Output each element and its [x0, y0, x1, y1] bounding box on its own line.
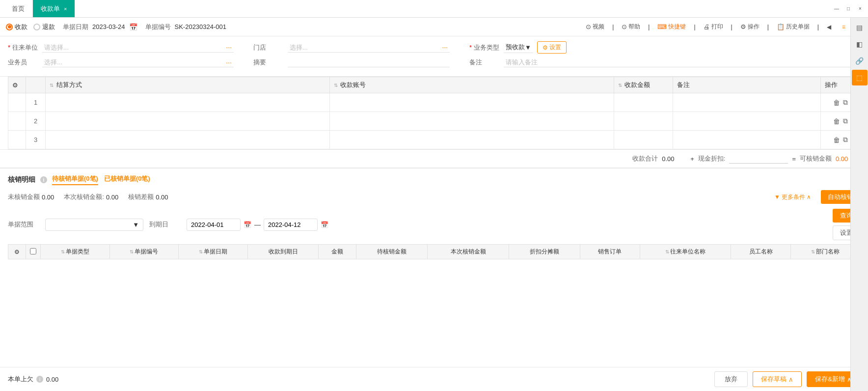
row1-settlement[interactable]: [46, 93, 330, 112]
staff-input[interactable]: [42, 57, 224, 67]
date-end-calendar-icon[interactable]: 📅: [321, 221, 328, 228]
doc-num-label: 单据编号: [145, 23, 171, 31]
note-input[interactable]: [504, 57, 860, 67]
col-note: 备注: [673, 77, 820, 93]
bill-range-select[interactable]: ▼: [45, 219, 143, 231]
summary-input-wrap: [288, 57, 450, 67]
current-stat: 本次核销金额: 0.00: [64, 193, 118, 201]
tab-receipt-close[interactable]: ×: [64, 6, 67, 12]
select-all-checkbox[interactable]: [30, 248, 36, 254]
window-minimize[interactable]: —: [833, 5, 841, 13]
window-close[interactable]: ×: [856, 5, 864, 13]
date-end-input[interactable]: [264, 219, 318, 231]
row3-account[interactable]: [329, 131, 614, 149]
row3-amount[interactable]: [614, 131, 673, 149]
staff-dots-btn[interactable]: ···: [224, 58, 234, 66]
panel-icon-frame[interactable]: ⬚: [852, 70, 868, 85]
row1-note[interactable]: [673, 93, 820, 112]
row2-settlement[interactable]: [46, 112, 330, 131]
save-draft-btn[interactable]: 保存草稿 ∧: [753, 371, 802, 387]
video-btn[interactable]: ⊙ 视频: [583, 22, 607, 32]
shortcut-icon: ⌨: [657, 23, 667, 30]
btcol-gear[interactable]: ⚙: [8, 245, 26, 259]
col-settings[interactable]: ⚙: [8, 77, 26, 93]
table-row: 1 🗑 ⧉: [8, 93, 860, 112]
row1-amount[interactable]: [614, 93, 673, 112]
date-start-calendar-icon[interactable]: 📅: [244, 221, 251, 228]
row3-note[interactable]: [673, 131, 820, 149]
radio-refund-label: 退款: [42, 23, 55, 31]
row3-settlement[interactable]: [46, 131, 330, 149]
print-btn[interactable]: 🖨 打印: [701, 22, 726, 32]
history-icon: 📋: [777, 23, 785, 30]
pending-tab[interactable]: 待核销单据(0笔): [52, 174, 98, 185]
row1-delete-btn[interactable]: 🗑: [833, 99, 840, 107]
doc-date-calendar-icon[interactable]: 📅: [129, 23, 137, 31]
row1-account[interactable]: [329, 93, 614, 112]
info-icon[interactable]: i: [40, 176, 47, 183]
btcol-dept: ⇅部门名称: [791, 245, 860, 259]
btcol-amount: 金额: [319, 245, 356, 259]
tab-receipt-label: 收款单: [41, 4, 60, 13]
plus-sign: +: [690, 155, 694, 163]
action-btn[interactable]: ⚙ 操作: [737, 22, 762, 32]
verification-section: 核销明细 i 待核销单据(0笔) 已核销单据(0笔) 未核销金额 0.00 本次…: [0, 168, 868, 367]
row2-note[interactable]: [673, 112, 820, 131]
panel-icon-link[interactable]: 🔗: [852, 53, 868, 69]
note-field: 备注: [469, 57, 860, 67]
row3-copy-btn[interactable]: ⧉: [843, 136, 848, 144]
verification-title: 核销明细: [8, 175, 35, 184]
footer: 本单上欠 i 0.00 放弃 保存草稿 ∧ 保存&新增 ∧: [0, 367, 868, 391]
partner-input[interactable]: [42, 43, 224, 52]
more-conditions[interactable]: ▼ 更多条件 ∧: [774, 193, 811, 201]
this-doc-label: 本单上欠: [8, 375, 33, 384]
window-maximize[interactable]: □: [844, 5, 852, 13]
print-icon: 🖨: [704, 23, 710, 30]
row2-account[interactable]: [329, 112, 614, 131]
row2-delete-btn[interactable]: 🗑: [833, 117, 840, 125]
receipt-type-group: 收款 退款: [6, 23, 55, 31]
row2-amount[interactable]: [614, 112, 673, 131]
shortcut-btn[interactable]: ⌨ 快捷键: [654, 22, 689, 32]
row3-delete-btn[interactable]: 🗑: [833, 136, 840, 144]
store-label: 门店: [253, 43, 288, 52]
btcol-duedate: 收款到期日: [247, 245, 318, 259]
radio-receipt[interactable]: 收款: [6, 23, 27, 31]
partner-dots-btn[interactable]: ···: [224, 43, 234, 51]
staff-label: 业务员: [8, 58, 42, 67]
help-icon: ⊙: [622, 23, 627, 30]
done-tab[interactable]: 已核销单据(0笔): [104, 174, 150, 185]
filter-icon: ▼: [774, 194, 780, 200]
date-start-input[interactable]: [187, 219, 241, 231]
store-dots-btn[interactable]: ···: [440, 43, 450, 51]
row2-copy-btn[interactable]: ⧉: [843, 117, 848, 125]
row1-copy-btn[interactable]: ⧉: [843, 98, 848, 107]
video-label: 视频: [593, 23, 604, 31]
due-date-label: 到期日: [149, 220, 184, 229]
store-input[interactable]: [288, 43, 440, 52]
discard-btn[interactable]: 放弃: [714, 371, 748, 387]
action-label: 操作: [748, 23, 760, 31]
view-toggle-left[interactable]: ◀: [824, 23, 834, 31]
history-btn[interactable]: 📋 历史单据: [774, 22, 813, 32]
radio-refund[interactable]: 退款: [33, 23, 55, 31]
discount-input[interactable]: [729, 154, 788, 164]
store-field: 门店 ···: [253, 43, 450, 53]
panel-icon-table[interactable]: ▤: [852, 20, 868, 35]
view-list-btn[interactable]: ≡: [839, 23, 848, 31]
tab-home[interactable]: 首页: [4, 0, 33, 17]
radio-refund-circle: [33, 24, 40, 30]
biz-type-field: 业务类型 预收款 ▼ ⚙ 设置: [469, 41, 607, 54]
tab-home-label: 首页: [12, 4, 25, 13]
btcol-checkbox[interactable]: [26, 245, 41, 259]
receipt-total-label: 收款合计: [632, 154, 658, 163]
biz-type-select[interactable]: 预收款 ▼: [504, 42, 533, 53]
info-circle-icon[interactable]: i: [36, 376, 43, 383]
form-area: 往来单位 ··· 门店 ··· 业务类型 预收款: [0, 36, 868, 77]
help-btn[interactable]: ⊙ 帮助: [619, 22, 643, 32]
doc-date-group: 单据日期 2023-03-24 📅: [63, 23, 137, 31]
biz-type-settings-btn[interactable]: ⚙ 设置: [537, 41, 567, 54]
tab-receipt[interactable]: 收款单 ×: [33, 0, 75, 17]
summary-input[interactable]: [288, 57, 450, 67]
panel-icon-layout[interactable]: ◧: [852, 36, 868, 52]
